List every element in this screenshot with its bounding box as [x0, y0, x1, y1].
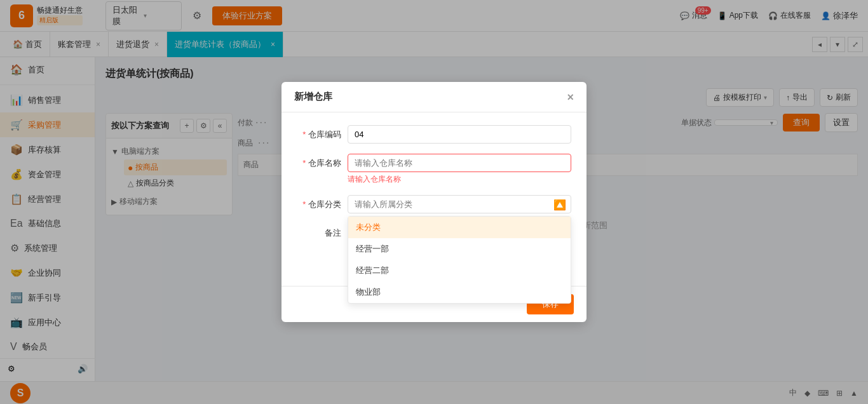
warehouse-code-input[interactable]	[348, 125, 571, 144]
warehouse-name-row: 仓库名称 请输入仓库名称	[297, 154, 571, 185]
modal-header: 新增仓库 ×	[281, 82, 587, 112]
warehouse-category-label: 仓库分类	[297, 195, 341, 210]
warehouse-category-control: 🔼 未分类 经营一部 经营二部 物业部	[348, 195, 571, 213]
dropdown-item-uncategorized[interactable]: 未分类	[348, 217, 571, 238]
category-toggle-icon[interactable]: 🔼	[553, 198, 566, 210]
warehouse-category-row: 仓库分类 🔼 未分类 经营一部 经营二部 物业部	[297, 195, 571, 213]
category-dropdown: 未分类 经营一部 经营二部 物业部	[348, 216, 571, 304]
modal-title: 新增仓库	[294, 91, 332, 103]
warehouse-category-input[interactable]	[348, 195, 571, 213]
dropdown-item-dept1[interactable]: 经营一部	[348, 238, 571, 260]
warehouse-name-input[interactable]	[348, 154, 571, 172]
warehouse-name-error: 请输入仓库名称	[348, 174, 571, 185]
warehouse-code-row: 仓库编码	[297, 125, 571, 144]
warehouse-name-label: 仓库名称	[297, 154, 341, 169]
modal-new-warehouse: 新增仓库 × 仓库编码 仓库名称 请输入仓库名称 仓库分类	[281, 82, 587, 322]
modal-overlay: 新增仓库 × 仓库编码 仓库名称 请输入仓库名称 仓库分类	[0, 0, 868, 404]
category-input-wrapper: 🔼	[348, 195, 571, 213]
modal-close-btn[interactable]: ×	[567, 91, 574, 103]
dropdown-item-property[interactable]: 物业部	[348, 281, 571, 303]
warehouse-code-label: 仓库编码	[297, 125, 341, 140]
warehouse-name-control: 请输入仓库名称	[348, 154, 571, 185]
dropdown-item-dept2[interactable]: 经营二部	[348, 260, 571, 281]
warehouse-code-control	[348, 125, 571, 144]
modal-body: 仓库编码 仓库名称 请输入仓库名称 仓库分类 🔼	[281, 112, 587, 286]
remark-label: 备注	[297, 224, 341, 239]
